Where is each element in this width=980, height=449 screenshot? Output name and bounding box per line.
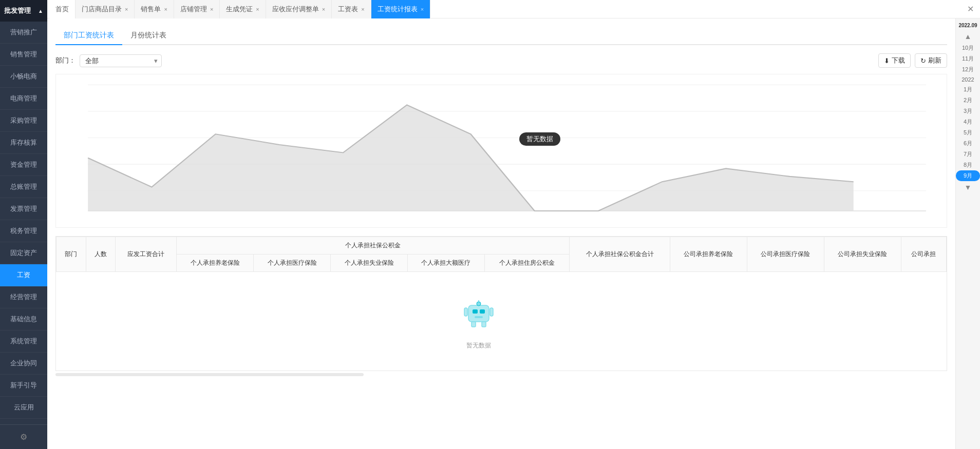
tab-payable[interactable]: 应收应付调整单× xyxy=(266,0,332,18)
col-personal-insurance-total: 个人承担社保公积金合计 xyxy=(570,237,670,272)
tab-close-wage-table[interactable]: × xyxy=(361,6,364,12)
col-personal-pension: 个人承担养老保险 xyxy=(177,255,254,272)
sidebar-item-ledger[interactable]: 总账管理 xyxy=(0,176,47,198)
sidebar-item-payroll[interactable]: 工资 xyxy=(0,264,47,286)
tab-close-payable[interactable]: × xyxy=(322,6,325,12)
svg-rect-19 xyxy=(464,308,467,316)
timeline-month-1[interactable]: 1月 xyxy=(956,84,980,95)
table-body: 暂无数据 xyxy=(56,272,947,371)
timeline-down-button[interactable]: ▼ xyxy=(963,181,974,193)
sidebar-item-tax[interactable]: 税务管理 xyxy=(0,220,47,242)
tab-close-store-mgmt[interactable]: × xyxy=(210,6,213,12)
sidebar: 批发管理 ▲ 营销推广销售管理小畅电商电商管理采购管理库存核算资金管理总账管理发… xyxy=(0,0,47,449)
timeline-month-6[interactable]: 6月 xyxy=(956,138,980,149)
sidebar-item-system[interactable]: 系统管理 xyxy=(0,330,47,353)
refresh-button[interactable]: ↻ 刷新 xyxy=(915,53,947,68)
svg-rect-13 xyxy=(468,305,489,322)
data-table: 部门 人数 应发工资合计 个人承担社保公积金 个人承担社保公积金合计 公司承担养… xyxy=(55,236,947,371)
timeline-current-date[interactable]: 2022.09 xyxy=(956,21,980,30)
sidebar-collapse-icon: ▲ xyxy=(38,8,43,14)
sidebar-item-finance[interactable]: 资金管理 xyxy=(0,154,47,176)
chart-container: 500 400 300 200 100 0 xyxy=(55,74,947,228)
empty-robot-icon xyxy=(458,292,499,334)
page-content: 部门工资统计表月份统计表 部门： 全部 行政部 销售部 财务部 技术部 xyxy=(47,18,955,449)
timeline-up-button[interactable]: ▲ xyxy=(963,30,974,43)
content-area: 部门工资统计表月份统计表 部门： 全部 行政部 销售部 财务部 技术部 xyxy=(47,18,980,449)
svg-rect-16 xyxy=(475,316,483,318)
timeline-month-4[interactable]: 4月 xyxy=(956,116,980,127)
timeline-month-10[interactable]: 10月 xyxy=(956,43,980,53)
action-buttons: ⬇ 下载 ↻ 刷新 xyxy=(878,53,947,68)
sidebar-item-marketing[interactable]: 营销推广 xyxy=(0,22,47,44)
tab-wage-stats[interactable]: 工资统计报表× xyxy=(371,0,430,18)
tab-catalog[interactable]: 门店商品目录× xyxy=(76,0,135,18)
tab-sales-order[interactable]: 销售单× xyxy=(135,0,174,18)
sub-tab-monthly-stats[interactable]: 月份统计表 xyxy=(122,27,175,45)
tab-store-mgmt[interactable]: 店铺管理× xyxy=(174,0,220,18)
chart-tooltip: 暂无数据 xyxy=(519,132,560,146)
col-company-more: 公司承担 xyxy=(901,237,946,272)
timeline-month-2[interactable]: 2月 xyxy=(956,95,980,106)
chart-svg: 500 400 300 200 100 0 xyxy=(82,80,926,212)
empty-state: 暂无数据 xyxy=(56,272,901,370)
svg-rect-15 xyxy=(480,309,485,314)
sidebar-settings-button[interactable]: ⚙ xyxy=(0,424,47,449)
timeline-panel: 2022.09 ▲ 10月 11月 12月 2022 1月 2月 3月 4月 5… xyxy=(955,18,980,449)
col-company-medical: 公司承担医疗保险 xyxy=(747,237,824,272)
dept-select-wrapper: 全部 行政部 销售部 财务部 技术部 xyxy=(80,54,162,67)
dept-select[interactable]: 全部 行政部 销售部 财务部 技术部 xyxy=(80,54,162,67)
svg-rect-14 xyxy=(473,309,478,314)
sidebar-item-cloud[interactable]: 云应用 xyxy=(0,397,47,419)
svg-rect-17 xyxy=(477,302,481,306)
sidebar-item-procurement[interactable]: 采购管理 xyxy=(0,110,47,132)
col-people: 人数 xyxy=(86,237,116,272)
sub-tab-dept-stats[interactable]: 部门工资统计表 xyxy=(55,27,122,45)
svg-rect-20 xyxy=(490,308,493,316)
timeline-month-11[interactable]: 11月 xyxy=(956,53,980,64)
svg-marker-12 xyxy=(88,105,854,211)
empty-text: 暂无数据 xyxy=(77,341,881,350)
sub-tab-bar: 部门工资统计表月份统计表 xyxy=(55,27,947,45)
dept-label: 部门： xyxy=(55,56,76,65)
close-all-tabs-button[interactable]: ✕ xyxy=(961,4,980,14)
sidebar-item-basics[interactable]: 基础信息 xyxy=(0,308,47,330)
timeline-year-2022[interactable]: 2022 xyxy=(956,75,980,84)
main-area: 首页门店商品目录×销售单×店铺管理×生成凭证×应收应付调整单×工资表×工资统计报… xyxy=(47,0,980,449)
horizontal-scrollbar[interactable] xyxy=(55,373,364,376)
timeline-month-3[interactable]: 3月 xyxy=(956,106,980,116)
col-personal-serious-medical: 个人承担大额医疗 xyxy=(407,255,484,272)
download-button[interactable]: ⬇ 下载 xyxy=(878,53,911,68)
tab-close-vouchers[interactable]: × xyxy=(256,6,259,12)
sidebar-title: 批发管理 xyxy=(4,6,31,15)
col-total-wage: 应发工资合计 xyxy=(116,237,177,272)
sidebar-item-ecommerce-small[interactable]: 小畅电商 xyxy=(0,66,47,88)
tab-wage-table[interactable]: 工资表× xyxy=(332,0,371,18)
tab-close-wage-stats[interactable]: × xyxy=(421,6,424,12)
tab-vouchers[interactable]: 生成凭证× xyxy=(220,0,266,18)
timeline-month-12[interactable]: 12月 xyxy=(956,64,980,75)
tab-close-catalog[interactable]: × xyxy=(125,6,128,12)
timeline-month-8[interactable]: 8月 xyxy=(956,160,980,170)
tab-home[interactable]: 首页 xyxy=(49,0,76,18)
sidebar-item-enterprise[interactable]: 企业协同 xyxy=(0,353,47,375)
sidebar-item-ecommerce[interactable]: 电商管理 xyxy=(0,88,47,110)
col-company-pension: 公司承担养老保险 xyxy=(670,237,747,272)
sidebar-item-guide[interactable]: 新手引导 xyxy=(0,375,47,397)
empty-state-row: 暂无数据 xyxy=(56,272,947,371)
sidebar-item-operations[interactable]: 经营管理 xyxy=(0,286,47,308)
sidebar-header[interactable]: 批发管理 ▲ xyxy=(0,0,47,22)
tab-close-sales-order[interactable]: × xyxy=(164,6,167,12)
sidebar-item-assets[interactable]: 固定资产 xyxy=(0,242,47,264)
close-all-icon: ✕ xyxy=(967,4,974,14)
filter-row: 部门： 全部 行政部 销售部 财务部 技术部 xyxy=(55,54,162,67)
col-personal-medical: 个人承担医疗保险 xyxy=(254,255,331,272)
timeline-month-5[interactable]: 5月 xyxy=(956,127,980,138)
timeline-month-7[interactable]: 7月 xyxy=(956,149,980,160)
svg-rect-21 xyxy=(472,322,476,327)
col-personal-unemployment: 个人承担失业保险 xyxy=(331,255,408,272)
sidebar-item-invoice[interactable]: 发票管理 xyxy=(0,198,47,220)
timeline-month-9[interactable]: 9月 xyxy=(956,170,980,181)
toolbar: 部门： 全部 行政部 销售部 财务部 技术部 ⬇ 下载 xyxy=(55,53,947,68)
sidebar-item-sales[interactable]: 销售管理 xyxy=(0,44,47,66)
sidebar-item-inventory[interactable]: 库存核算 xyxy=(0,132,47,154)
